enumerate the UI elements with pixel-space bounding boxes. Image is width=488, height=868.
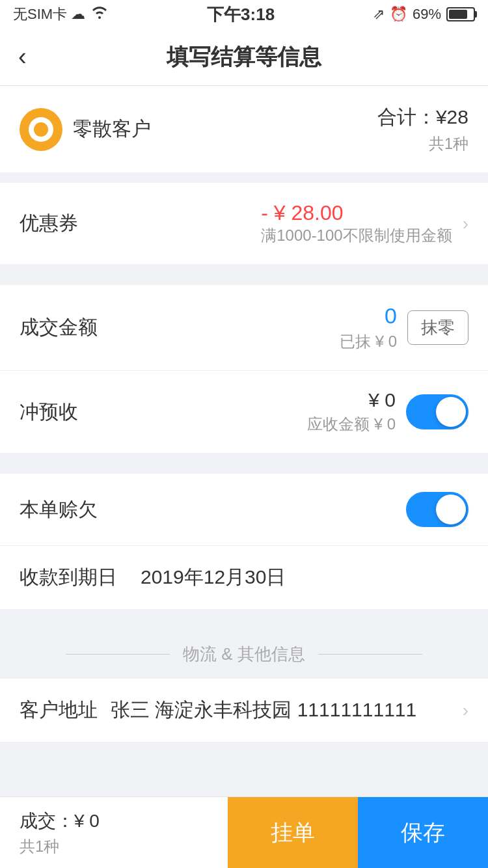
sim-text: 无SIM卡 ☁ [13, 5, 85, 24]
location-icon: ⇗ [373, 6, 385, 23]
back-button[interactable]: ‹ [18, 43, 27, 71]
bottom-info: 成交：¥ 0 共1种 [0, 809, 228, 857]
debt-toggle[interactable] [406, 492, 468, 527]
transaction-sub: 已抹 ¥ 0 [340, 331, 397, 352]
bottom-bar: 成交：¥ 0 共1种 挂单 保存 [0, 796, 488, 868]
prepayment-value: ¥ 0 [307, 389, 396, 411]
transaction-row: 成交金额 0 已抹 ¥ 0 抹零 [0, 285, 488, 371]
customer-row: 零散客户 合计：¥28 共1种 [0, 86, 488, 172]
save-button[interactable]: 保存 [358, 797, 488, 869]
prepayment-label: 冲预收 [20, 399, 78, 426]
coupon-right: - ¥ 28.00 满1000-100不限制使用金额 › [261, 201, 468, 246]
status-bar: 无SIM卡 ☁ 下午3:18 ⇗ ⏰ 69% [0, 0, 488, 29]
divider-1 [0, 275, 488, 285]
prepayment-toggle[interactable] [406, 394, 468, 429]
coupon-sub: 满1000-100不限制使用金额 [261, 225, 452, 246]
debt-row: 本单赊欠 [0, 474, 488, 546]
hold-button[interactable]: 挂单 [228, 797, 358, 869]
page-title: 填写结算等信息 [167, 42, 321, 72]
debt-label: 本单赊欠 [20, 496, 98, 523]
status-left: 无SIM卡 ☁ [13, 5, 109, 24]
wifi-icon [90, 6, 109, 23]
address-value: 张三 海淀永丰科技园 11111111111 [111, 697, 463, 724]
due-date-value: 2019年12月30日 [141, 564, 286, 591]
transaction-right: 0 已抹 ¥ 0 抹零 [340, 303, 468, 352]
transaction-section: 成交金额 0 已抹 ¥ 0 抹零 冲预收 ¥ 0 应收金额 ¥ 0 [0, 285, 488, 453]
transaction-label: 成交金额 [20, 314, 98, 341]
coupon-value: - ¥ 28.00 [261, 201, 452, 225]
customer-left: 零散客户 [20, 108, 151, 151]
divider-3 [0, 619, 488, 630]
logistics-label: 物流 & 其他信息 [183, 643, 305, 666]
battery-percent: 69% [413, 6, 441, 23]
address-label: 客户地址 [20, 697, 98, 724]
battery-icon [446, 7, 475, 21]
status-time: 下午3:18 [207, 3, 275, 26]
bottom-trans: 成交：¥ 0 [20, 809, 228, 834]
prepayment-sub: 应收金额 ¥ 0 [307, 414, 396, 435]
prepayment-right: ¥ 0 应收金额 ¥ 0 [307, 389, 468, 435]
customer-avatar [20, 108, 62, 151]
customer-count: 共1种 [377, 133, 468, 154]
transaction-value[interactable]: 0 [340, 303, 397, 329]
prepayment-row: 冲预收 ¥ 0 应收金额 ¥ 0 [0, 371, 488, 453]
coupon-chevron: › [463, 213, 468, 234]
nav-bar: ‹ 填写结算等信息 [0, 29, 488, 86]
address-chevron: › [463, 700, 468, 721]
content: 零散客户 合计：¥28 共1种 优惠券 - ¥ 28.00 满1000-100不… [0, 86, 488, 820]
status-right: ⇗ ⏰ 69% [373, 6, 475, 23]
round-button[interactable]: 抹零 [407, 310, 468, 345]
due-date-label: 收款到期日 [20, 564, 117, 591]
bottom-count: 共1种 [20, 836, 228, 857]
logistics-header: 物流 & 其他信息 [0, 630, 488, 679]
coupon-section: 优惠券 - ¥ 28.00 满1000-100不限制使用金额 › [0, 183, 488, 264]
address-row[interactable]: 客户地址 张三 海淀永丰科技园 11111111111 › [0, 679, 488, 742]
customer-right: 合计：¥28 共1种 [377, 104, 468, 154]
divider-2 [0, 463, 488, 474]
due-date-row[interactable]: 收款到期日 2019年12月30日 [0, 546, 488, 609]
customer-total: 合计：¥28 [377, 104, 468, 131]
coupon-row[interactable]: 优惠券 - ¥ 28.00 满1000-100不限制使用金额 › [0, 183, 488, 264]
customer-name: 零散客户 [73, 116, 151, 142]
coupon-label: 优惠券 [20, 210, 78, 237]
alarm-icon: ⏰ [390, 6, 407, 23]
debt-right [406, 492, 468, 527]
debt-section: 本单赊欠 收款到期日 2019年12月30日 [0, 474, 488, 609]
